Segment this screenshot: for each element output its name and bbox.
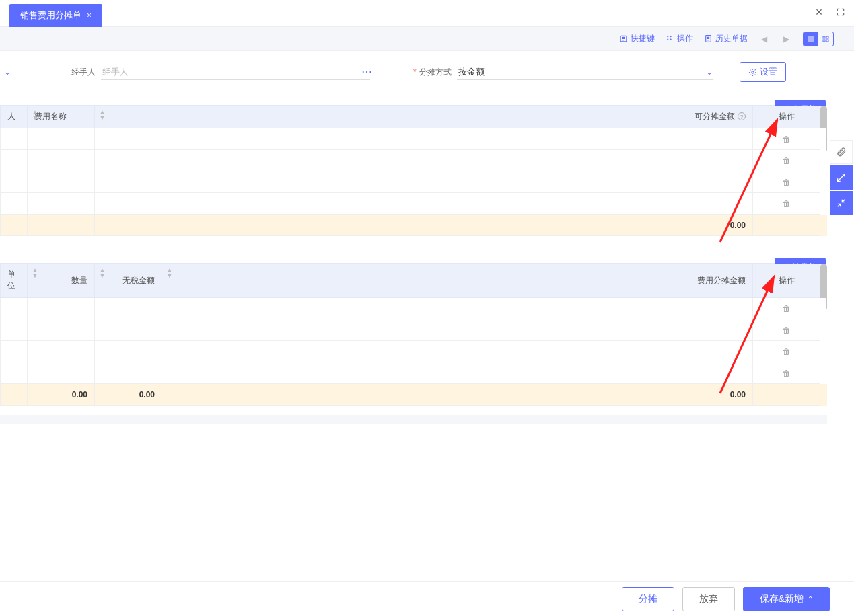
- table-row[interactable]: 🗑: [1, 128, 827, 150]
- svg-point-3: [667, 39, 668, 40]
- history-link[interactable]: 历史单据: [704, 33, 748, 44]
- delete-icon[interactable]: 🗑: [783, 304, 791, 313]
- svg-rect-9: [826, 40, 828, 42]
- sales-section: 选销货单 单位 ▲▼数量 ▲▼无税金额 ▲▼费用分摊金额 操作 🗑 🗑 🗑 🗑 …: [0, 263, 854, 406]
- tab-title: 销售费用分摊单: [20, 9, 81, 22]
- col-operate: 操作: [753, 264, 820, 298]
- view-list-button[interactable]: [804, 32, 818, 46]
- allocate-button[interactable]: 分摊: [622, 587, 674, 611]
- delete-icon[interactable]: 🗑: [783, 156, 791, 165]
- method-label: *分摊方式: [413, 67, 452, 78]
- window-fullscreen-button[interactable]: [834, 5, 847, 19]
- delete-icon[interactable]: 🗑: [783, 369, 791, 378]
- attachment-button[interactable]: [830, 140, 853, 164]
- svg-point-4: [670, 39, 672, 40]
- table-row[interactable]: 🗑: [1, 341, 827, 362]
- chevron-up-icon: ⌃: [808, 595, 813, 603]
- table-row[interactable]: 🗑: [1, 362, 827, 384]
- table-total-row: 0.00 0.00 0.00: [1, 384, 827, 406]
- col-person[interactable]: 人: [1, 106, 28, 128]
- col-unit[interactable]: 单位: [1, 264, 28, 298]
- expand-out-button[interactable]: [830, 165, 853, 190]
- table-row[interactable]: 🗑: [1, 150, 827, 171]
- chevron-down-icon[interactable]: ⌄: [4, 67, 11, 77]
- total-alloc: 0.00: [95, 215, 753, 236]
- delete-icon[interactable]: 🗑: [783, 325, 791, 335]
- table-row[interactable]: 🗑: [1, 193, 827, 215]
- method-select[interactable]: [457, 64, 713, 80]
- expense-table: 人 ▲▼费用名称 ▲▼可分摊金额? 操作 🗑 🗑 🗑 🗑 0.00: [0, 105, 827, 236]
- svg-rect-7: [826, 36, 828, 38]
- method-field: *分摊方式 ⌄: [413, 64, 713, 80]
- delete-icon[interactable]: 🗑: [783, 347, 791, 356]
- col-operate: 操作: [753, 106, 820, 128]
- right-rail: [830, 140, 854, 215]
- more-icon[interactable]: ···: [362, 67, 373, 77]
- scrollbar[interactable]: [820, 106, 827, 128]
- col-expense-name[interactable]: ▲▼费用名称: [28, 106, 95, 128]
- handler-input[interactable]: [101, 64, 370, 80]
- delete-icon[interactable]: 🗑: [783, 178, 791, 187]
- col-netamt[interactable]: ▲▼无税金额: [95, 264, 162, 298]
- nav-next-button[interactable]: ▶: [781, 34, 792, 44]
- svg-point-10: [752, 71, 754, 73]
- scrollbar[interactable]: [820, 264, 827, 298]
- svg-point-2: [670, 36, 672, 37]
- delete-icon[interactable]: 🗑: [783, 199, 791, 208]
- svg-rect-8: [823, 40, 825, 42]
- expense-section: 选费用单 人 ▲▼费用名称 ▲▼可分摊金额? 操作 🗑 🗑 🗑 🗑 0.00: [0, 105, 854, 236]
- table-row[interactable]: 🗑: [1, 298, 827, 319]
- save-new-label: 保存&新增: [760, 593, 804, 605]
- total-fee-alloc: 0.00: [162, 384, 753, 406]
- settings-label: 设置: [760, 66, 777, 78]
- settings-button[interactable]: 设置: [740, 62, 786, 82]
- shortcut-link[interactable]: 快捷键: [619, 33, 655, 44]
- delete-icon[interactable]: 🗑: [783, 134, 791, 144]
- tab-bar: 销售费用分摊单 × ×: [0, 0, 854, 27]
- table-total-row: 0.00: [1, 215, 827, 236]
- history-label: 历史单据: [715, 33, 748, 44]
- svg-rect-6: [823, 36, 825, 38]
- view-toggle: [803, 32, 834, 46]
- svg-point-1: [667, 36, 668, 37]
- form-row: ⌄ 经手人 ··· *分摊方式 ⌄ 设置: [0, 51, 854, 93]
- operate-link[interactable]: 操作: [666, 33, 693, 44]
- tab-active[interactable]: 销售费用分摊单 ×: [9, 4, 102, 27]
- sales-table: 单位 ▲▼数量 ▲▼无税金额 ▲▼费用分摊金额 操作 🗑 🗑 🗑 🗑 0.00 …: [0, 263, 827, 406]
- operate-label: 操作: [677, 33, 693, 44]
- handler-label: 经手人: [71, 67, 96, 78]
- table-row[interactable]: 🗑: [1, 171, 827, 193]
- handler-field: 经手人 ···: [71, 64, 373, 80]
- table-row[interactable]: 🗑: [1, 319, 827, 341]
- expand-in-button[interactable]: [830, 191, 853, 215]
- toolbar: 快捷键 操作 历史单据 ◀ ▶: [0, 27, 854, 51]
- total-qty: 0.00: [28, 384, 95, 406]
- tab-close-icon[interactable]: ×: [87, 11, 92, 20]
- shortcut-label: 快捷键: [631, 33, 655, 44]
- divider: [0, 465, 827, 465]
- chevron-down-icon[interactable]: ⌄: [706, 67, 713, 77]
- view-grid-button[interactable]: [818, 32, 833, 46]
- cancel-button[interactable]: 放弃: [682, 587, 735, 611]
- col-allocatable[interactable]: ▲▼可分摊金额?: [95, 106, 753, 128]
- spacer: [0, 415, 827, 424]
- total-netamt: 0.00: [95, 384, 162, 406]
- footer: 分摊 放弃 保存&新增 ⌃: [0, 581, 854, 616]
- nav-prev-button[interactable]: ◀: [758, 34, 770, 44]
- save-new-button[interactable]: 保存&新增 ⌃: [743, 587, 830, 611]
- col-fee-alloc[interactable]: ▲▼费用分摊金额: [162, 264, 753, 298]
- window-close-button[interactable]: ×: [812, 5, 826, 19]
- col-qty[interactable]: ▲▼数量: [28, 264, 95, 298]
